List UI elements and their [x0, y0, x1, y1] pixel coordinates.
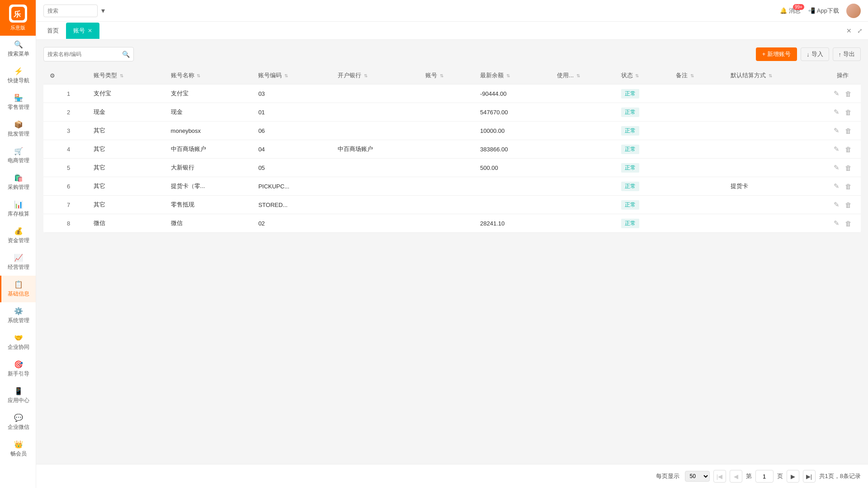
row-default-settle [725, 84, 825, 103]
delete-button[interactable]: 🗑 [844, 182, 853, 191]
user-avatar[interactable] [846, 4, 861, 18]
row-usage [552, 177, 615, 196]
edit-button[interactable]: ✎ [833, 144, 840, 154]
row-notes [670, 122, 725, 140]
sidebar-item-retail[interactable]: 🏪 零售管理 [0, 89, 36, 116]
tab-expand-button[interactable]: ⤢ [855, 26, 864, 35]
row-latest-balance: 547670.00 [475, 103, 552, 122]
table-row: 1 支付宝 支付宝 03 -90444.00 正常 ✎ 🗑 [43, 84, 861, 103]
edit-button[interactable]: ✎ [833, 218, 840, 228]
page-first-button[interactable]: |◀ [713, 470, 726, 483]
page-prev-button[interactable]: ◀ [730, 470, 742, 483]
edit-button[interactable]: ✎ [833, 181, 840, 191]
sidebar-item-inventory[interactable]: 📊 库存核算 [0, 196, 36, 222]
status-badge: 正常 [621, 163, 639, 173]
import-button[interactable]: ↓ 导入 [801, 47, 829, 61]
row-num: 1 [61, 84, 88, 103]
business-icon: 📈 [14, 253, 23, 262]
col-account[interactable]: 账号 ⇅ [420, 67, 475, 84]
app-download-button[interactable]: 📲 App下载 [808, 7, 839, 15]
search-menu-icon: 🔍 [14, 40, 23, 49]
search-button[interactable]: 🔍 [122, 51, 130, 58]
sidebar-item-newbie[interactable]: 🎯 新手引导 [0, 356, 36, 382]
toolbar: 🔍 + 新增账号 ↓ 导入 ↑ 导出 [43, 47, 861, 61]
edit-button[interactable]: ✎ [833, 200, 840, 210]
tab-home[interactable]: 首页 [40, 23, 66, 39]
sidebar-item-business[interactable]: 📈 经营管理 [0, 249, 36, 276]
row-usage [552, 122, 615, 140]
delete-button[interactable]: 🗑 [844, 200, 853, 210]
row-notes [670, 84, 725, 103]
tab-account[interactable]: 账号 ✕ [66, 23, 99, 39]
top-search-input[interactable] [43, 5, 98, 17]
account-search-input[interactable] [47, 51, 122, 57]
notification-button[interactable]: 🔔 消息 99+ [780, 7, 801, 15]
col-status[interactable]: 状态 ⇅ [616, 67, 671, 84]
sidebar-item-quick-nav[interactable]: ⚡ 快捷导航 [0, 62, 36, 89]
sidebar-item-purchase[interactable]: 🛍️ 采购管理 [0, 169, 36, 196]
sidebar-item-basic-info[interactable]: 📋 基础信息 [0, 276, 36, 302]
sidebar-item-enterprise[interactable]: 🤝 企业协同 [0, 329, 36, 356]
sidebar-item-label: 畅会员 [10, 450, 27, 458]
page-next-button[interactable]: ▶ [787, 470, 799, 483]
export-button[interactable]: ↑ 导出 [833, 47, 861, 61]
delete-button[interactable]: 🗑 [844, 145, 853, 154]
tab-close-icon[interactable]: ✕ [88, 28, 92, 34]
col-usage[interactable]: 使用... ⇅ [552, 67, 615, 84]
sidebar-item-system[interactable]: ⚙️ 系统管理 [0, 302, 36, 329]
delete-button[interactable]: 🗑 [844, 108, 853, 117]
sidebar-item-wechat[interactable]: 💬 企业微信 [0, 409, 36, 436]
col-default-settle[interactable]: 默认结算方式 ⇅ [725, 67, 825, 84]
row-actions: ✎ 🗑 [825, 103, 861, 122]
sidebar-item-label: 基础信息 [8, 290, 29, 298]
row-num: 3 [61, 122, 88, 140]
per-page-select[interactable]: 50 20 100 [685, 471, 710, 482]
row-status: 正常 [616, 103, 671, 122]
toolbar-left: 🔍 [43, 47, 134, 61]
delete-button[interactable]: 🗑 [844, 126, 853, 136]
sidebar-item-search-menu[interactable]: 🔍 搜索菜单 [0, 36, 36, 62]
sidebar-item-app-center[interactable]: 📱 应用中心 [0, 382, 36, 409]
delete-button[interactable]: 🗑 [844, 219, 853, 228]
sidebar-item-ecommerce[interactable]: 🛒 电商管理 [0, 142, 36, 169]
sidebar-item-wholesale[interactable]: 📦 批发管理 [0, 116, 36, 142]
tabs-bar: 首页 账号 ✕ ✕ ⤢ [36, 22, 868, 40]
table-header: ⚙ 账号类型 ⇅ 账号名称 ⇅ 账号编码 ⇅ [43, 67, 861, 84]
col-opening-bank[interactable]: 开户银行 ⇅ [332, 67, 420, 84]
row-account-type: 其它 [88, 140, 165, 159]
topbar-right: 🔔 消息 99+ 📲 App下载 [780, 4, 861, 18]
row-latest-balance: 10000.00 [475, 122, 552, 140]
add-account-button[interactable]: + 新增账号 [756, 47, 797, 61]
row-opening-bank [332, 103, 420, 122]
col-latest-balance[interactable]: 最新余额 ⇅ [475, 67, 552, 84]
delete-button[interactable]: 🗑 [844, 89, 853, 99]
edit-button[interactable]: ✎ [833, 163, 840, 173]
ecommerce-icon: 🛒 [14, 147, 23, 155]
logo-icon: 乐 [9, 5, 27, 23]
page-number-input[interactable] [755, 470, 774, 483]
delete-button[interactable]: 🗑 [844, 163, 853, 173]
row-account [420, 177, 475, 196]
col-account-code[interactable]: 账号编码 ⇅ [253, 67, 332, 84]
wechat-icon: 💬 [14, 413, 23, 422]
page-last-button[interactable]: ▶| [803, 470, 816, 483]
col-account-type[interactable]: 账号类型 ⇅ [88, 67, 165, 84]
dropdown-button[interactable]: ▾ [101, 6, 105, 15]
col-gear[interactable]: ⚙ [43, 67, 61, 84]
col-notes[interactable]: 备注 ⇅ [670, 67, 725, 84]
row-usage [552, 140, 615, 159]
row-status: 正常 [616, 122, 671, 140]
sidebar-item-member[interactable]: 👑 畅会员 [0, 436, 36, 462]
col-account-name[interactable]: 账号名称 ⇅ [165, 67, 253, 84]
row-default-settle: 提货卡 [725, 177, 825, 196]
row-account-code: 06 [253, 122, 332, 140]
edit-button[interactable]: ✎ [833, 126, 840, 136]
system-icon: ⚙️ [14, 307, 23, 315]
edit-button[interactable]: ✎ [833, 107, 840, 117]
row-usage [552, 159, 615, 177]
tab-close-all-button[interactable]: ✕ [844, 26, 854, 35]
edit-button[interactable]: ✎ [833, 89, 840, 99]
sidebar-item-finance[interactable]: 💰 资金管理 [0, 222, 36, 249]
row-account [420, 103, 475, 122]
row-actions: ✎ 🗑 [825, 140, 861, 159]
